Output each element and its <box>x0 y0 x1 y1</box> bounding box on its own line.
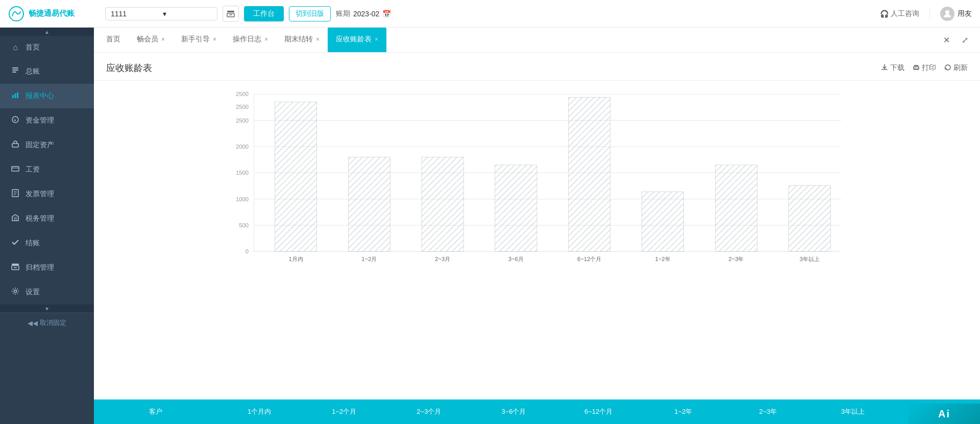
svg-rect-49 <box>422 157 463 252</box>
tab-guide-close[interactable]: × <box>213 36 216 43</box>
th-2-3month: 2~3个月 <box>386 407 471 416</box>
bar-chart: 0 500 1000 1500 2000 2500 2500 2500 <box>106 89 968 283</box>
sidebar-item-checkout[interactable]: 结账 <box>0 231 94 255</box>
workbench-button[interactable]: 工作台 <box>244 6 284 21</box>
svg-rect-53 <box>569 97 610 251</box>
refresh-icon <box>944 64 951 73</box>
svg-rect-57 <box>715 165 757 251</box>
svg-text:¥: ¥ <box>13 118 16 123</box>
download-icon <box>881 64 888 73</box>
th-1-2month: 1~2个月 <box>302 407 386 416</box>
tab-oplog-close[interactable]: × <box>264 36 268 43</box>
sidebar-label-home: 首页 <box>26 43 40 52</box>
content-area: 首页 畅会员 × 新手引导 × 操作日志 × 期末结转 × 应收账龄表 × <box>94 28 980 424</box>
th-3year-plus: 3年以上 <box>811 407 895 416</box>
switch-version-button[interactable]: 切到旧版 <box>289 6 331 21</box>
sidebar-label-ledger: 总账 <box>26 67 40 76</box>
user-name: 用友 <box>958 9 972 18</box>
page-title: 应收账龄表 <box>106 62 152 74</box>
tab-oplog[interactable]: 操作日志 × <box>225 28 276 52</box>
svg-text:0: 0 <box>246 248 249 254</box>
logo-icon <box>8 6 24 22</box>
table-header-bar: 客户 1个月内 1~2个月 2~3个月 3~6个月 6~12个月 1~2年 2~… <box>94 399 980 424</box>
close-all-tabs-button[interactable]: ✕ <box>939 33 953 47</box>
svg-text:2~3年: 2~3年 <box>728 256 744 262</box>
ai-badge[interactable]: Ai <box>909 404 980 424</box>
chart-container: 0 500 1000 1500 2000 2500 2500 2500 <box>94 81 980 399</box>
svg-rect-5 <box>12 67 18 68</box>
tab-home[interactable]: 首页 <box>98 28 129 52</box>
tab-period-end[interactable]: 期末结转 × <box>276 28 328 52</box>
print-label: 打印 <box>922 63 936 73</box>
tab-guide[interactable]: 新手引导 × <box>173 28 225 52</box>
svg-rect-13 <box>12 144 18 147</box>
sidebar-item-settings[interactable]: 设置 <box>0 280 94 304</box>
svg-rect-45 <box>275 102 316 252</box>
sidebar-item-archive[interactable]: 归档管理 <box>0 255 94 280</box>
sidebar-item-fixed-assets[interactable]: 固定资产 <box>0 133 94 157</box>
sidebar-scroll-down[interactable]: ▼ <box>0 304 94 313</box>
calendar-icon[interactable]: 📅 <box>382 10 391 18</box>
svg-point-0 <box>9 7 23 21</box>
logo-text: 畅捷通易代账 <box>29 9 75 18</box>
tab-ar-aging[interactable]: 应收账龄表 × <box>328 28 386 52</box>
tab-guide-label: 新手引导 <box>181 35 210 44</box>
company-selector[interactable]: 1111 ▾ <box>105 7 217 20</box>
home-icon: ⌂ <box>10 43 20 52</box>
archive-icon <box>227 10 235 18</box>
support-button[interactable]: 🎧 人工咨询 <box>880 9 919 18</box>
svg-point-25 <box>14 290 17 293</box>
tab-period-end-close[interactable]: × <box>316 36 320 43</box>
archive-button[interactable] <box>223 6 239 22</box>
period-area: 账期 2023-02 📅 <box>336 9 391 18</box>
chart-svg-wrapper: 0 500 1000 1500 2000 2500 2500 2500 <box>106 89 968 283</box>
svg-text:2500: 2500 <box>236 104 249 110</box>
svg-text:3~6月: 3~6月 <box>508 256 524 262</box>
avatar <box>940 7 954 21</box>
invoice-icon <box>10 189 20 199</box>
tabs-bar: 首页 畅会员 × 新手引导 × 操作日志 × 期末结转 × 应收账龄表 × <box>94 28 980 53</box>
period-value: 2023-02 <box>353 10 379 18</box>
sidebar-item-reports[interactable]: 报表中心 <box>0 84 94 108</box>
tab-ar-aging-close[interactable]: × <box>375 36 378 43</box>
svg-rect-22 <box>12 264 19 265</box>
sidebar-item-home[interactable]: ⌂ 首页 <box>0 36 94 59</box>
svg-text:税: 税 <box>14 217 17 220</box>
sidebar-scroll-up[interactable]: ▲ <box>0 28 94 36</box>
svg-rect-1 <box>227 11 234 12</box>
print-icon <box>913 64 920 73</box>
tab-member-close[interactable]: × <box>161 36 165 43</box>
svg-rect-47 <box>348 157 390 252</box>
top-header: 畅捷通易代账 1111 ▾ 工作台 切到旧版 账期 2023-02 📅 🎧 人工… <box>0 0 980 28</box>
svg-text:2500: 2500 <box>236 91 249 97</box>
svg-text:500: 500 <box>239 222 249 228</box>
header-right: 🎧 人工咨询 用友 <box>880 7 972 21</box>
refresh-label: 刷新 <box>953 63 968 73</box>
reports-icon <box>10 91 20 101</box>
svg-text:3年以上: 3年以上 <box>799 256 819 262</box>
sidebar-item-payroll[interactable]: 工资 <box>0 157 94 182</box>
download-button[interactable]: 下载 <box>881 63 904 73</box>
tab-home-label: 首页 <box>106 35 120 44</box>
logo-area: 畅捷通易代账 <box>8 6 100 22</box>
expand-button[interactable]: ⤢ <box>958 33 972 47</box>
print-button[interactable]: 打印 <box>913 63 936 73</box>
sidebar-item-tax[interactable]: 税 税务管理 <box>0 206 94 231</box>
chevron-down-icon: ▾ <box>163 10 212 18</box>
sidebar-label-checkout: 结账 <box>26 239 40 248</box>
sidebar-item-ledger[interactable]: 总账 <box>0 59 94 84</box>
tab-member[interactable]: 畅会员 × <box>129 28 173 52</box>
svg-text:1月内: 1月内 <box>288 256 303 262</box>
tab-oplog-label: 操作日志 <box>233 35 261 44</box>
tax-icon: 税 <box>10 214 20 224</box>
fixed-assets-icon <box>10 140 20 150</box>
user-area[interactable]: 用友 <box>940 7 972 21</box>
svg-rect-14 <box>12 167 19 171</box>
svg-rect-51 <box>495 165 537 251</box>
sidebar-label-invoice: 发票管理 <box>26 190 54 199</box>
sidebar-item-invoice[interactable]: 发票管理 <box>0 182 94 206</box>
company-name: 1111 <box>111 10 160 18</box>
sidebar-item-funds[interactable]: ¥ 资金管理 <box>0 108 94 133</box>
refresh-button[interactable]: 刷新 <box>944 63 968 73</box>
cancel-pin-button[interactable]: ◀◀ 取消固定 <box>0 313 94 333</box>
